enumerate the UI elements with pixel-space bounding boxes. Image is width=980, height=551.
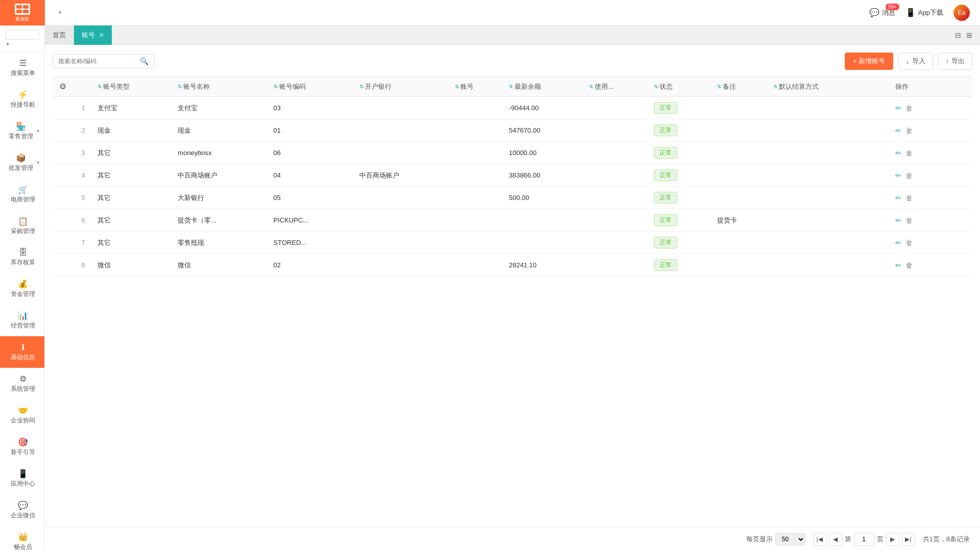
delete-button[interactable]: 🗑 (905, 239, 913, 247)
sidebar-item-member[interactable]: 👑 畅会员 (0, 526, 44, 551)
basic-info-icon: ℹ (21, 342, 24, 352)
pagination-bar: 每页显示 10 20 50 100 |◀ ◀ 第 页 ▶ ▶| 共1页，8条记录 (45, 527, 980, 551)
sidebar-item-basic-info[interactable]: ℹ 基础信息 (0, 336, 44, 368)
page-last-button[interactable]: ▶| (902, 533, 915, 546)
th-remark[interactable]: ⇅ 备注 (713, 77, 769, 97)
delete-button[interactable]: 🗑 (905, 216, 913, 224)
add-account-button-label: + 新增账号 (853, 57, 885, 66)
toolbar-actions: + 新增账号 ↓ 导入 ↑ 导出 (845, 53, 972, 70)
toolbar: 🔍 + 新增账号 ↓ 导入 ↑ 导出 (53, 53, 972, 70)
page-size-label: 每页显示 (746, 535, 773, 544)
main-area: ▼ 💬 消息 99+ 📱 App下载 Ea 首页 账号 ✕ (45, 0, 980, 551)
row-remark-cell (713, 164, 769, 187)
column-settings-icon[interactable]: ⚙ (59, 82, 66, 91)
sidebar-search-input[interactable] (5, 30, 39, 40)
row-action-buttons: ✏ 🗑 (895, 104, 968, 112)
sidebar-item-wholesale[interactable]: 📦 批发管理 ▼ (0, 147, 44, 179)
tab-home[interactable]: 首页 (45, 26, 74, 45)
page-prev-button[interactable]: ◀ (829, 533, 842, 546)
tab-bar: 首页 账号 ✕ ⊟ ⊞ (45, 26, 980, 45)
search-container[interactable]: 🔍 (53, 54, 155, 68)
sidebar-item-retail[interactable]: 🏪 零售管理 ▼ (0, 115, 44, 147)
row-account-cell (451, 254, 505, 277)
page-number-input[interactable] (854, 533, 874, 546)
sidebar-item-inventory[interactable]: 🗄 库存核算 (0, 242, 44, 273)
row-action-cell: ✏ 🗑 (891, 209, 972, 232)
delete-button[interactable]: 🗑 (905, 127, 913, 135)
th-usage[interactable]: ⇅ 使用... (585, 77, 650, 97)
page-next-button[interactable]: ▶ (886, 533, 899, 546)
table-row: 4 其它 中百商场账户 04 中百商场账户 383866.00 正常 ✏ 🗑 (53, 164, 972, 187)
app-download-button[interactable]: 📱 App下载 (905, 8, 943, 17)
edit-button[interactable]: ✏ (895, 194, 901, 202)
th-bank[interactable]: ⇅ 开户银行 (355, 77, 451, 97)
message-badge: 99+ (886, 4, 899, 10)
th-status[interactable]: ⇅ 状态 (650, 77, 713, 97)
total-info: 共1页，8条记录 (923, 535, 970, 544)
th-balance[interactable]: ⇅ 最新余额 (505, 77, 585, 97)
page-navigation: |◀ ◀ 第 页 ▶ ▶| (813, 533, 915, 546)
header-left: ▼ (55, 10, 63, 15)
search-icon[interactable]: 🔍 (140, 57, 149, 65)
row-action-buttons: ✏ 🗑 (895, 239, 968, 247)
search-input[interactable] (58, 58, 140, 65)
sidebar-item-ecommerce[interactable]: 🛒 电商管理 (0, 179, 44, 210)
sidebar-item-cooperation[interactable]: 🤝 企业协同 (0, 399, 44, 431)
edit-button[interactable]: ✏ (895, 127, 901, 135)
th-settings[interactable]: ⚙ (53, 77, 73, 97)
sidebar-item-enterprise-wechat[interactable]: 💬 企业微信 (0, 494, 44, 526)
export-button[interactable]: ↑ 导出 (938, 53, 973, 70)
message-button[interactable]: 💬 消息 99+ (869, 8, 895, 17)
app-download-icon: 📱 (905, 8, 916, 17)
sidebar-item-quick-nav[interactable]: ⚡ 快捷导航 (0, 84, 44, 115)
sidebar-item-app-center[interactable]: 📱 应用中心 (0, 463, 44, 494)
row-default-payment-cell (769, 164, 891, 187)
edit-button[interactable]: ✏ (895, 216, 901, 224)
tab-account-close-icon[interactable]: ✕ (99, 32, 104, 39)
th-account[interactable]: ⇅ 账号 (451, 77, 505, 97)
th-code[interactable]: ⇅ 账号编码 (270, 77, 356, 97)
tab-maximize-icon[interactable]: ⊞ (966, 31, 972, 39)
sidebar-item-operations[interactable]: 📊 经营管理 (0, 305, 44, 336)
sidebar-search-box[interactable]: ▼ (0, 26, 44, 52)
user-avatar[interactable]: Ea (953, 5, 970, 21)
add-account-button[interactable]: + 新增账号 (845, 53, 893, 70)
row-default-payment-cell (769, 119, 891, 142)
page-first-button[interactable]: |◀ (813, 533, 826, 546)
logo-icon (15, 4, 30, 15)
th-name[interactable]: ⇅ 账号名称 (174, 77, 269, 97)
th-default-payment[interactable]: ⇅ 默认结算方式 (769, 77, 891, 97)
row-action-cell: ✏ 🗑 (891, 97, 972, 119)
sidebar-item-system[interactable]: ⚙ 系统管理 (0, 368, 44, 399)
row-settings-cell (53, 119, 73, 142)
sidebar-item-search-menu[interactable]: ☰ 搜索菜单 (0, 52, 44, 84)
delete-button[interactable]: 🗑 (905, 171, 913, 180)
edit-button[interactable]: ✏ (895, 239, 901, 247)
edit-button[interactable]: ✏ (895, 171, 901, 180)
tab-minimize-icon[interactable]: ⊟ (955, 31, 961, 39)
sidebar-item-search-menu-label: 搜索菜单 (11, 69, 35, 78)
delete-button[interactable]: 🗑 (905, 149, 913, 157)
sidebar-search-dropdown[interactable]: ▼ (5, 41, 10, 47)
row-type-cell: 现金 (93, 119, 174, 142)
company-selector[interactable]: ▼ (55, 10, 63, 15)
row-index-cell: 8 (73, 254, 93, 277)
row-type-cell: 支付宝 (93, 97, 174, 119)
page-size-select-input[interactable]: 10 20 50 100 (775, 533, 805, 545)
sidebar-item-purchase[interactable]: 📋 采购管理 (0, 210, 44, 242)
edit-button[interactable]: ✏ (895, 104, 901, 112)
edit-button[interactable]: ✏ (895, 261, 901, 269)
delete-button[interactable]: 🗑 (905, 194, 913, 202)
delete-button[interactable]: 🗑 (905, 104, 913, 112)
row-code-cell: 03 (270, 97, 356, 119)
tab-account[interactable]: 账号 ✕ (74, 26, 112, 45)
tab-home-label: 首页 (53, 31, 66, 40)
row-usage-cell (585, 142, 650, 164)
edit-button[interactable]: ✏ (895, 149, 901, 157)
import-button[interactable]: ↓ 导入 (898, 53, 933, 70)
sidebar-item-guide[interactable]: 🎯 新手引导 (0, 431, 44, 463)
retail-arrow-icon: ▼ (36, 129, 40, 134)
sidebar-item-finance[interactable]: 💰 资金管理 (0, 273, 44, 305)
delete-button[interactable]: 🗑 (905, 261, 913, 269)
th-type[interactable]: ⇅ 账号类型 (93, 77, 174, 97)
